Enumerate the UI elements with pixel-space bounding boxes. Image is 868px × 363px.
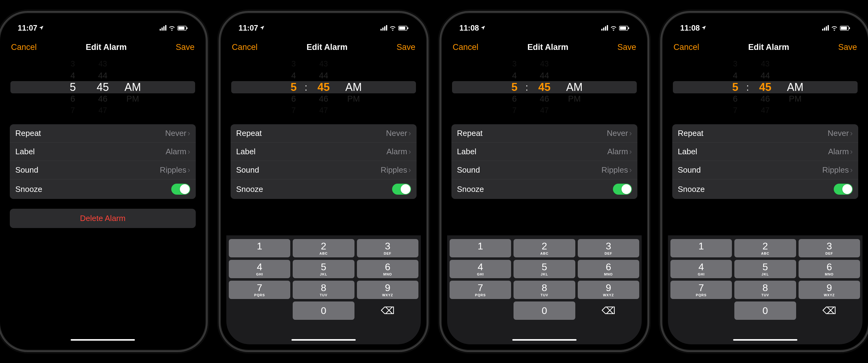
sound-cell[interactable]: Sound Ripples› <box>10 161 196 179</box>
minute-wheel-option[interactable]: 47 <box>537 105 552 115</box>
hour-wheel-option[interactable]: 4 <box>727 70 744 81</box>
snooze-toggle[interactable] <box>834 184 853 195</box>
sound-cell[interactable]: Sound Ripples› <box>452 161 638 179</box>
time-picker[interactable]: : 2345678 42434445464748 AMPM <box>452 58 638 116</box>
keypad-key-6[interactable]: 6 MNO <box>578 260 639 278</box>
hour-wheel-option[interactable]: 5 <box>726 82 744 93</box>
ampm-wheel[interactable]: AMPM <box>786 58 804 116</box>
minute-wheel-option[interactable]: 46 <box>757 94 774 104</box>
snooze-toggle[interactable] <box>171 184 190 195</box>
keypad-key-9[interactable]: 9 WXYZ <box>799 281 860 299</box>
keypad-key-8[interactable]: 8 TUV <box>514 281 575 299</box>
hour-wheel-option[interactable]: 6 <box>727 94 744 104</box>
minute-wheel-option[interactable]: 44 <box>94 70 111 81</box>
keypad-key-9[interactable]: 9 WXYZ <box>578 281 639 299</box>
keypad-key-9[interactable]: 9 WXYZ <box>357 281 418 299</box>
minute-wheel-option[interactable]: 43 <box>757 59 773 69</box>
hour-wheel[interactable]: 2345678 <box>726 58 744 116</box>
keypad-key-7[interactable]: 7 PQRS <box>450 281 511 299</box>
minute-wheel-option[interactable]: 45 <box>94 82 112 93</box>
home-indicator[interactable] <box>512 339 577 341</box>
hour-wheel-option[interactable]: 5 <box>64 82 82 93</box>
keypad-key-5[interactable]: 5 JKL <box>734 260 796 278</box>
label-cell[interactable]: Label Alarm› <box>452 143 638 161</box>
keypad-key-1[interactable]: 1 <box>229 239 290 258</box>
keypad-key-6[interactable]: 6 MNO <box>357 260 418 278</box>
keypad-key-8[interactable]: 8 TUV <box>734 281 796 299</box>
ampm-option[interactable]: AM <box>344 82 363 93</box>
minute-wheel-option[interactable]: 44 <box>757 70 774 81</box>
home-indicator[interactable] <box>71 339 135 341</box>
hour-wheel[interactable]: 2345678 <box>284 58 303 116</box>
minute-wheel-option[interactable]: 43 <box>95 59 111 69</box>
minute-wheel-option[interactable]: 47 <box>757 105 773 115</box>
keypad-key-6[interactable]: 6 MNO <box>799 260 860 278</box>
repeat-cell[interactable]: Repeat Never› <box>230 124 416 143</box>
ampm-option[interactable]: AM <box>124 82 142 93</box>
ampm-option[interactable]: PM <box>124 94 141 104</box>
ampm-option[interactable]: PM <box>787 94 803 104</box>
cancel-button[interactable]: Cancel <box>11 42 37 52</box>
hour-wheel-option[interactable]: 3 <box>507 59 522 69</box>
ampm-option[interactable]: PM <box>566 94 583 104</box>
cancel-button[interactable]: Cancel <box>232 42 257 52</box>
cancel-button[interactable]: Cancel <box>453 42 478 52</box>
ampm-wheel[interactable]: AMPM <box>344 58 363 116</box>
backspace-key[interactable]: ⌫ <box>799 301 860 320</box>
minute-wheel-option[interactable]: 43 <box>316 59 331 69</box>
save-button[interactable]: Save <box>176 42 194 52</box>
minute-wheel[interactable]: 42434445464748 <box>94 58 112 116</box>
save-button[interactable]: Save <box>396 42 415 52</box>
save-button[interactable]: Save <box>617 42 636 52</box>
hour-wheel[interactable]: 2345678 <box>64 58 82 116</box>
hour-wheel-option[interactable]: 3 <box>286 59 301 69</box>
minute-wheel[interactable]: 42434445464748 <box>756 58 774 116</box>
hour-wheel-option[interactable]: 4 <box>64 70 81 81</box>
sound-cell[interactable]: Sound Ripples› <box>230 161 416 179</box>
hour-wheel-option[interactable]: 6 <box>285 94 302 104</box>
keypad-key-3[interactable]: 3 DEF <box>578 239 639 258</box>
keypad-key-3[interactable]: 3 DEF <box>357 239 418 258</box>
ampm-wheel[interactable]: AMPM <box>124 58 142 116</box>
label-cell[interactable]: Label Alarm› <box>230 143 416 161</box>
minute-wheel-option[interactable]: 44 <box>315 70 332 81</box>
hour-wheel-option[interactable]: 7 <box>727 105 743 115</box>
minute-wheel-option[interactable]: 46 <box>315 94 332 104</box>
home-indicator[interactable] <box>291 339 356 341</box>
label-cell[interactable]: Label Alarm› <box>672 143 858 161</box>
keypad-key-1[interactable]: 1 <box>450 239 511 258</box>
keypad-key-4[interactable]: 4 GHI <box>671 260 732 278</box>
repeat-cell[interactable]: Repeat Never› <box>672 124 858 143</box>
snooze-toggle[interactable] <box>613 184 632 195</box>
minute-wheel-option[interactable]: 45 <box>535 82 554 93</box>
hour-wheel-option[interactable]: 3 <box>65 59 81 69</box>
time-picker[interactable]: 2345678 42434445464748 AMPM <box>10 58 196 116</box>
hour-wheel-option[interactable]: 4 <box>506 70 523 81</box>
keypad-key-0[interactable]: 0 <box>734 301 796 320</box>
keypad-key-2[interactable]: 2 ABC <box>293 239 354 258</box>
hour-wheel-option[interactable]: 4 <box>285 70 302 81</box>
keypad-key-0[interactable]: 0 <box>514 301 575 320</box>
time-picker[interactable]: : 2345678 42434445464748 AMPM <box>672 58 858 116</box>
snooze-toggle[interactable] <box>392 184 411 195</box>
repeat-cell[interactable]: Repeat Never› <box>452 124 638 143</box>
hour-wheel-option[interactable]: 7 <box>286 105 301 115</box>
home-indicator[interactable] <box>733 339 797 341</box>
minute-wheel-option[interactable]: 43 <box>537 59 552 69</box>
keypad-key-2[interactable]: 2 ABC <box>514 239 575 258</box>
hour-wheel[interactable]: 2345678 <box>505 58 524 116</box>
minute-wheel-option[interactable]: 47 <box>316 105 331 115</box>
ampm-option[interactable]: AM <box>565 82 584 93</box>
keypad-key-4[interactable]: 4 GHI <box>229 260 290 278</box>
keypad-key-7[interactable]: 7 PQRS <box>229 281 290 299</box>
minute-wheel-option[interactable]: 46 <box>94 94 111 104</box>
minute-wheel[interactable]: 42434445464748 <box>314 58 333 116</box>
hour-wheel-option[interactable]: 3 <box>727 59 743 69</box>
hour-wheel-option[interactable]: 6 <box>506 94 523 104</box>
ampm-option[interactable]: PM <box>345 94 362 104</box>
backspace-key[interactable]: ⌫ <box>357 301 418 320</box>
backspace-key[interactable]: ⌫ <box>578 301 639 320</box>
hour-wheel-option[interactable]: 7 <box>65 105 81 115</box>
keypad-key-4[interactable]: 4 GHI <box>450 260 511 278</box>
minute-wheel-option[interactable]: 46 <box>536 94 553 104</box>
